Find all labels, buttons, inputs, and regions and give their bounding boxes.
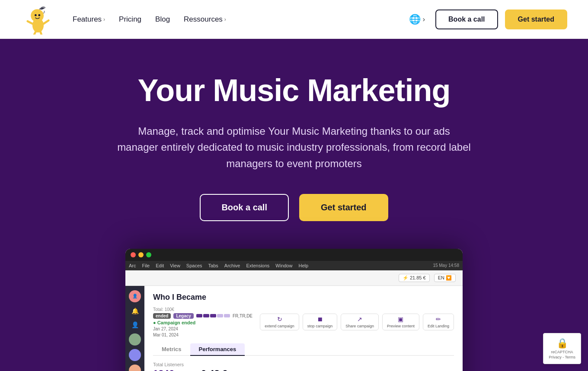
hero-section: Your Music Marketing Manage, track and o… [0,39,588,371]
metrics-row: Total Listeners 1246 0.43 € [153,362,454,371]
badge-ended: ended [153,313,171,319]
svg-line-5 [44,20,48,23]
hero-title: Your Music Marketing [138,73,451,108]
navbar-right: 🌐 › Book a call Get started [406,10,567,29]
progress-seg-3 [210,314,216,317]
menu-extensions: Extensions [246,263,270,268]
menu-window: Window [275,263,292,268]
lang-badge: EN 🔽 [434,274,456,282]
preview-icon: ▣ [398,316,403,323]
svg-point-2 [35,14,37,16]
book-call-button-hero[interactable]: Book a call [200,194,289,221]
campaign-actions: ↻ extend campaign ⏹ stop campaign ↗ Shar… [260,314,454,330]
listeners-value: 1246 [153,368,184,371]
campaign-end-date: Mar 01, 2024 [153,333,252,337]
svg-text:♪: ♪ [43,9,45,14]
share-icon: ↗ [357,316,362,323]
hero-subtitle: Manage, track and optimise Your Music Ma… [117,123,471,171]
share-campaign-button[interactable]: ↗ Share campaign [341,314,379,330]
nav-features[interactable]: Features › [73,15,105,24]
sidebar-icon-user: 👤 [129,319,141,331]
topbar-cost: 21.85 € [410,275,426,280]
language-chevron-icon: › [422,15,425,24]
get-started-button-nav[interactable]: Get started [505,10,567,29]
sidebar-avatar-1: 👤 [129,290,141,302]
sidebar-avatar-3 [129,349,141,361]
stop-campaign-button[interactable]: ⏹ stop campaign [303,314,338,330]
listeners-label: Total Listeners [153,362,184,367]
recaptcha-sub: Privacy - Terms [549,355,575,359]
progress-seg-4 [217,314,223,317]
extend-label: extend campaign [265,324,294,328]
logo-icon: ♪ [21,4,55,35]
progress-bars [196,314,230,317]
app-content: 👤 🔔 👤 Who I Became Total: 100€ ended [125,286,463,371]
svg-line-6 [33,32,36,35]
ressources-label: Ressources [184,15,223,24]
book-call-button-nav[interactable]: Book a call [435,10,498,29]
hero-buttons: Book a call Get started [200,194,388,221]
app-main: Who I Became Total: 100€ ended Legacy [144,286,463,371]
progress-seg-2 [203,314,209,317]
cost-value: 0.43 € [201,368,227,371]
menu-archive: Archive [224,263,240,268]
svg-line-7 [41,32,42,35]
app-sidebar: 👤 🔔 👤 [125,286,144,371]
recaptcha-badge: 🔒 reCAPTCHA Privacy - Terms [543,333,581,364]
mac-menubar: Arc File Edit View Spaces Tabs Archive E… [125,261,463,270]
svg-line-4 [28,21,32,24]
get-started-button-hero[interactable]: Get started [299,194,388,221]
menu-file: File [142,263,150,268]
mac-maximize-dot [146,252,151,257]
navbar-left: ♪ Features › Pricing Blog Ressources › [21,4,226,35]
language-button[interactable]: 🌐 › [406,11,428,28]
nav-links: Features › Pricing Blog Ressources › [73,15,226,24]
campaign-flags: FR,TR,DE [233,314,252,318]
menu-edit: Edit [156,263,164,268]
blog-label: Blog [155,15,170,24]
campaign-status: ● Campaign ended [153,320,252,325]
campaign-end: Mar 01, 2024 [153,333,179,337]
extend-icon: ↻ [277,316,282,323]
nav-pricing[interactable]: Pricing [119,15,141,24]
navbar: ♪ Features › Pricing Blog Ressources › 🌐… [0,0,588,39]
app-screenshot: Arc File Edit View Spaces Tabs Archive E… [125,249,463,371]
sidebar-avatar-4 [129,365,141,371]
nav-blog[interactable]: Blog [155,15,170,24]
menu-help: Help [298,263,308,268]
preview-label: Preview content [387,324,415,328]
tab-metrics[interactable]: Metrics [153,343,190,356]
globe-icon: 🌐 [409,14,421,25]
edit-icon: ✏ [436,316,441,323]
recaptcha-icon: 🔒 [556,338,568,349]
nav-ressources[interactable]: Ressources › [184,15,226,24]
share-label: Share campaign [345,324,374,328]
mac-minimize-dot [138,252,144,257]
mac-time: 15 May 14:58 [433,263,459,268]
sidebar-icon-notifications: 🔔 [129,305,141,317]
ressources-chevron-icon: › [224,16,226,22]
features-label: Features [73,15,102,24]
pricing-label: Pricing [119,15,141,24]
tab-performances[interactable]: Performances [190,343,245,356]
mac-close-dot [131,252,136,257]
menu-arc: Arc [129,263,136,268]
app-topbar: ⚡ 21.85 € EN 🔽 [125,270,463,286]
features-chevron-icon: › [103,16,105,22]
metric-listeners: Total Listeners 1246 [153,362,184,371]
logo[interactable]: ♪ [21,4,55,35]
landing-label: Edit Landing [428,324,449,328]
progress-seg-1 [196,314,202,317]
preview-content-button[interactable]: ▣ Preview content [382,314,419,330]
cost-badge: ⚡ 21.85 € [399,274,430,282]
campaign-row: Total: 100€ ended Legacy FR,TR [153,307,454,337]
svg-point-3 [38,14,40,16]
recaptcha-label: reCAPTCHA [551,350,573,354]
campaign-status-label: Campaign ended [157,320,196,325]
campaign-title: Who I Became [153,293,454,302]
progress-seg-5 [224,314,230,317]
edit-landing-button[interactable]: ✏ Edit Landing [423,314,454,330]
sidebar-avatar-2 [129,333,141,346]
mac-titlebar [125,249,463,261]
extend-campaign-button[interactable]: ↻ extend campaign [260,314,299,330]
